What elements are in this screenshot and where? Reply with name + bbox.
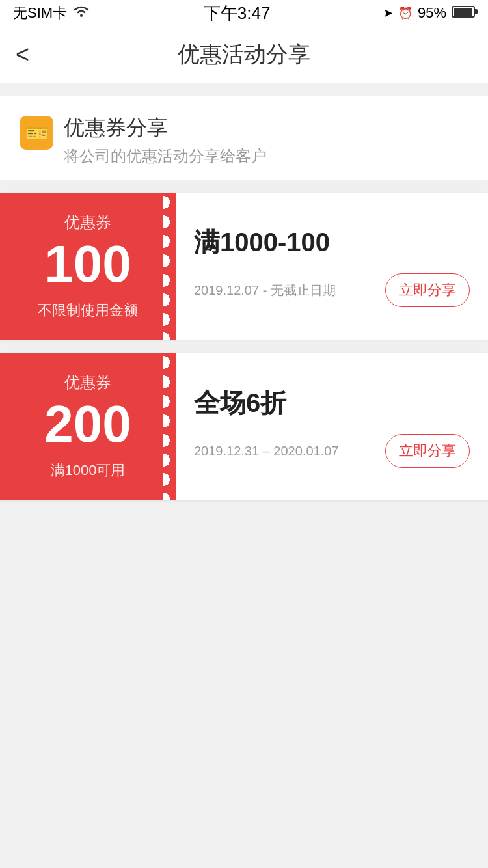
coupon-label-0: 优惠券 xyxy=(64,212,111,233)
coupon-right-1: 全场6折 2019.12.31 – 2020.01.07 立即分享 xyxy=(176,353,488,500)
coupons-container: 优惠券 100 不限制使用金额 满1000-100 2019.12.07 - 无… xyxy=(0,193,488,514)
status-right: ➤ ⏰ 95% xyxy=(383,5,475,21)
coupon-date-0: 2019.12.07 - 无截止日期 xyxy=(194,282,377,299)
status-bar: 无SIM卡 下午3:47 ➤ ⏰ 95% xyxy=(0,0,488,26)
coupon-meta-0: 2019.12.07 - 无截止日期 立即分享 xyxy=(194,273,470,307)
section-icon: 🎫 xyxy=(20,116,53,150)
share-button-1[interactable]: 立即分享 xyxy=(385,434,470,468)
sim-signal: 无SIM卡 xyxy=(13,3,67,23)
section-header: 🎫 优惠券分享 将公司的优惠活动分享给客户 xyxy=(0,96,488,180)
coupon-date-1: 2019.12.31 – 2020.01.07 xyxy=(194,444,377,459)
svg-point-0 xyxy=(80,14,83,17)
coupon-name-1: 全场6折 xyxy=(194,385,470,421)
coupon-card: 优惠券 200 满1000可用 全场6折 2019.12.31 – 2020.0… xyxy=(0,353,488,500)
nav-bar: < 优惠活动分享 xyxy=(0,26,488,83)
alarm-icon: ⏰ xyxy=(398,6,413,20)
battery-icon xyxy=(452,5,475,21)
wifi-icon xyxy=(72,5,90,21)
status-left: 无SIM卡 xyxy=(13,3,90,23)
coupon-left-0: 优惠券 100 不限制使用金额 xyxy=(0,193,176,340)
status-time: 下午3:47 xyxy=(204,2,271,25)
coupon-label-1: 优惠券 xyxy=(64,372,111,393)
coupon-name-0: 满1000-100 xyxy=(194,224,470,260)
coupon-right-0: 满1000-100 2019.12.07 - 无截止日期 立即分享 xyxy=(176,193,488,340)
section-text: 优惠券分享 将公司的优惠活动分享给客户 xyxy=(64,115,267,167)
coupon-card: 优惠券 100 不限制使用金额 满1000-100 2019.12.07 - 无… xyxy=(0,193,488,340)
location-icon: ➤ xyxy=(383,6,393,20)
section-title: 优惠券分享 xyxy=(64,115,267,142)
page-title: 优惠活动分享 xyxy=(178,40,310,70)
back-button[interactable]: < xyxy=(16,43,29,66)
share-button-0[interactable]: 立即分享 xyxy=(385,273,470,307)
coupon-condition-1: 满1000可用 xyxy=(51,461,126,481)
bottom-area xyxy=(0,513,488,839)
coupon-meta-1: 2019.12.31 – 2020.01.07 立即分享 xyxy=(194,434,470,468)
coupon-left-1: 优惠券 200 满1000可用 xyxy=(0,353,176,500)
battery-percent: 95% xyxy=(418,5,446,21)
coupon-amount-1: 200 xyxy=(44,398,131,450)
coupon-condition-0: 不限制使用金额 xyxy=(38,301,138,321)
section-desc: 将公司的优惠活动分享给客户 xyxy=(64,146,267,167)
coupon-amount-0: 100 xyxy=(44,238,131,290)
